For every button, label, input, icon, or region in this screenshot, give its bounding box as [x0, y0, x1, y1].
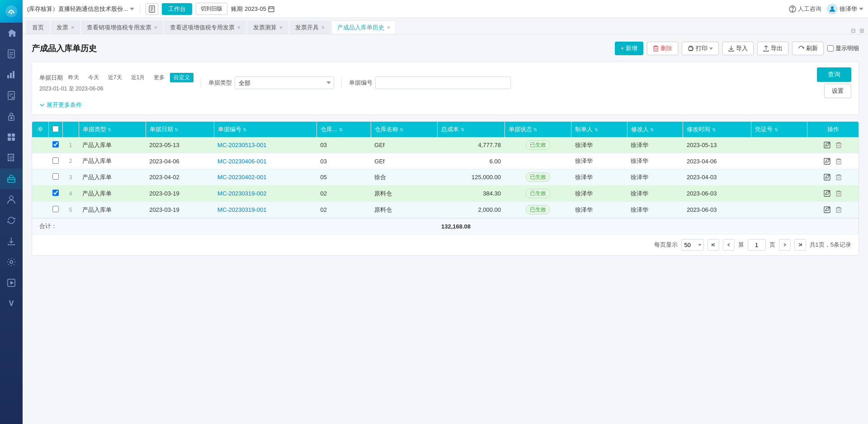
sidebar-item-receipt[interactable] [0, 148, 23, 168]
delete-row-icon[interactable] [834, 189, 843, 198]
tab-invoice-close[interactable]: × [71, 24, 74, 31]
td-checkbox[interactable] [48, 153, 62, 169]
history-version-button[interactable]: 切到旧版 [196, 3, 227, 15]
app-logo[interactable] [0, 0, 23, 23]
sidebar-item-lock[interactable] [0, 106, 23, 127]
consult-button[interactable]: 人工咨询 [789, 5, 821, 13]
edit-icon[interactable] [822, 173, 831, 182]
th-warehouse-code[interactable]: 仓库... ⇅ [317, 122, 371, 137]
sidebar-item-play[interactable] [0, 272, 23, 293]
doc-number-link[interactable]: MC-20230513-001 [217, 142, 266, 148]
td-checkbox[interactable] [48, 202, 62, 218]
th-type[interactable]: 单据类型 ⇅ [79, 122, 146, 137]
delete-row-icon[interactable] [834, 141, 843, 150]
company-selector[interactable]: (库存核算）直播轻跑通信息技术股份... [27, 5, 134, 13]
sidebar-item-person[interactable] [0, 189, 23, 210]
page-prev-btn[interactable] [723, 239, 735, 251]
type-filter-select[interactable]: 全部 [235, 76, 334, 89]
date-1month[interactable]: 近1月 [127, 73, 149, 82]
td-number[interactable]: MC-20230513-001 [214, 137, 317, 153]
th-warehouse-name[interactable]: 仓库名称 ⇅ [371, 122, 437, 137]
window-minimize-icon[interactable]: ⊟ [851, 27, 856, 34]
date-today[interactable]: 今天 [85, 73, 103, 82]
th-total-cost[interactable]: 总成本 ⇅ [438, 122, 505, 137]
td-number[interactable]: MC-20230406-001 [214, 153, 317, 169]
expand-more-conditions[interactable]: 展开更多条件 [39, 101, 851, 109]
delete-row-icon[interactable] [834, 205, 843, 214]
sidebar-item-v[interactable]: V [0, 293, 23, 314]
number-filter-input[interactable] [375, 76, 511, 89]
td-number[interactable]: MC-20230319-002 [214, 186, 317, 202]
show-detail-toggle[interactable]: 显示明细 [827, 44, 859, 52]
sidebar-item-docs[interactable] [0, 43, 23, 64]
user-menu[interactable]: 徐泽华 [827, 4, 863, 14]
th-date[interactable]: 单据日期 ⇅ [146, 122, 214, 137]
import-button[interactable]: 导入 [722, 42, 754, 55]
row-checkbox[interactable] [52, 173, 59, 180]
document-icon-btn[interactable] [146, 3, 158, 15]
new-button[interactable]: + 新增 [615, 42, 643, 55]
date-more[interactable]: 更多 [150, 73, 168, 82]
row-checkbox[interactable] [52, 206, 59, 212]
th-modifier[interactable]: 修改人 ⇅ [627, 122, 683, 137]
tab-invoice-open-close[interactable]: × [321, 24, 325, 31]
doc-number-link[interactable]: MC-20230319-001 [217, 206, 266, 213]
td-checkbox[interactable] [48, 137, 62, 153]
per-page-select[interactable]: 50 100 200 [681, 239, 704, 251]
date-yesterday[interactable]: 昨天 [65, 73, 83, 82]
sidebar-item-sync[interactable] [0, 210, 23, 231]
tab-invoice-open[interactable]: 发票开具 × [289, 20, 330, 34]
doc-number-link[interactable]: MC-20230406-001 [217, 158, 266, 165]
th-number[interactable]: 单据编号 ⇅ [214, 122, 317, 137]
tab-sales-vat[interactable]: 查看销项增值税专用发票 × [81, 20, 163, 34]
page-last-btn[interactable] [794, 239, 806, 251]
sidebar-item-tax[interactable] [0, 85, 23, 106]
tab-invoice[interactable]: 发票 × [51, 20, 80, 34]
row-checkbox[interactable] [52, 141, 59, 148]
workbench-button[interactable]: 工作台 [162, 3, 192, 15]
set-button[interactable]: 设置 [824, 84, 851, 98]
query-button[interactable]: 查询 [817, 67, 851, 82]
sidebar-item-download[interactable] [0, 231, 23, 252]
delete-row-icon[interactable] [834, 157, 843, 166]
edit-icon[interactable] [822, 205, 831, 214]
date-custom[interactable]: 自定义 [170, 73, 193, 82]
sidebar-item-home[interactable] [0, 23, 23, 43]
th-modify-time[interactable]: 修改时间 ⇅ [683, 122, 751, 137]
td-checkbox[interactable] [48, 186, 62, 202]
sidebar-item-settings[interactable] [0, 252, 23, 272]
row-checkbox[interactable] [52, 157, 59, 164]
page-number-input[interactable] [748, 239, 766, 251]
td-checkbox[interactable] [48, 169, 62, 186]
tab-product-history-close[interactable]: × [387, 24, 390, 31]
row-checkbox[interactable] [52, 190, 59, 196]
print-button[interactable]: 打印 [682, 42, 719, 55]
sidebar-item-box[interactable] [0, 168, 23, 189]
td-number[interactable]: MC-20230402-001 [214, 169, 317, 186]
tab-home[interactable]: 首页 [26, 20, 50, 34]
doc-number-link[interactable]: MC-20230319-002 [217, 190, 266, 197]
doc-number-link[interactable]: MC-20230402-001 [217, 174, 266, 181]
tab-purchase-vat[interactable]: 查看进项增值税专用发票 × [164, 20, 246, 34]
select-all-checkbox[interactable] [52, 126, 59, 132]
window-maximize-icon[interactable]: ⊞ [859, 27, 864, 34]
delete-row-icon[interactable] [834, 173, 843, 182]
page-next-btn[interactable] [779, 239, 791, 251]
tab-product-history[interactable]: 产成品入库单历史 × [331, 20, 396, 34]
tab-sales-vat-close[interactable]: × [154, 24, 157, 31]
th-creator[interactable]: 制单人 ⇅ [571, 122, 627, 137]
td-number[interactable]: MC-20230319-001 [214, 202, 317, 218]
delete-button[interactable]: 删除 [647, 42, 678, 55]
sidebar-item-chart[interactable] [0, 64, 23, 85]
show-detail-checkbox[interactable] [827, 45, 834, 52]
date-7days[interactable]: 近7天 [104, 73, 126, 82]
th-checkbox[interactable] [48, 122, 62, 137]
th-settings[interactable] [32, 122, 48, 137]
edit-icon[interactable] [822, 157, 831, 166]
th-voucher[interactable]: 凭证号 ⇅ [751, 122, 807, 137]
page-first-btn[interactable] [708, 239, 719, 251]
edit-icon[interactable] [822, 141, 831, 150]
tab-purchase-vat-close[interactable]: × [237, 24, 241, 31]
sidebar-item-grid[interactable] [0, 127, 23, 148]
tab-invoice-calc-close[interactable]: × [279, 24, 283, 31]
